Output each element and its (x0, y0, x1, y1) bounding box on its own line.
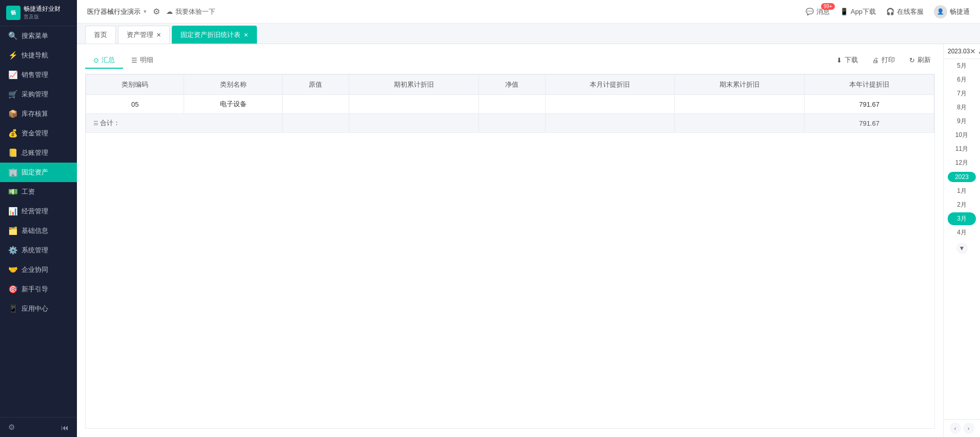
summary-beginning (349, 114, 478, 133)
nav-icon-fixed: 🏢 (8, 168, 17, 177)
app-download-icon: 📱 (840, 8, 848, 15)
tab-label-asset_mgmt: 资产管理 (127, 30, 153, 39)
date-scroll-down[interactable]: ▼ (956, 243, 968, 254)
sidebar-item-guide[interactable]: 🎯新手引导 (0, 280, 77, 299)
date-panel-header-icons: ✕ ⤢ (970, 47, 980, 55)
tab-asset_mgmt[interactable]: 资产管理✕ (118, 26, 170, 44)
print-label: 打印 (882, 55, 895, 65)
summary-net (478, 114, 545, 133)
app-download-action[interactable]: 📱 App下载 (840, 7, 876, 16)
tab-close-depreciation[interactable]: ✕ (244, 32, 248, 38)
experience-icon: ☁ (166, 8, 173, 15)
date-month-8月[interactable]: 8月 (944, 101, 980, 114)
nav-label-inventory: 库存核算 (22, 109, 48, 118)
nav-icon-system: ⚙️ (8, 246, 17, 255)
sub-tab-summary[interactable]: ⊙ 汇总 (85, 52, 123, 69)
nav-label-ledger: 总账管理 (22, 148, 48, 157)
download-button[interactable]: ⬇ 下载 (832, 53, 862, 67)
experience-button[interactable]: ☁ 我要体验一下 (166, 7, 215, 16)
cell-code-0: 05 (86, 95, 184, 114)
sidebar-item-sales[interactable]: 📈销售管理 (0, 65, 77, 85)
message-action[interactable]: 💬 消息 99+ (806, 7, 830, 16)
date-month-7月[interactable]: 7月 (944, 87, 980, 101)
sub-tabs: ⊙ 汇总 ☰ 明细 (85, 52, 162, 68)
sidebar-item-inventory[interactable]: 📦库存核算 (0, 104, 77, 124)
collapse-icon[interactable]: ⏮ (61, 423, 69, 432)
user-action[interactable]: 👤 畅捷通 (934, 5, 970, 18)
table-summary-row: ☰合计： 791.67 (86, 114, 934, 133)
avatar: 👤 (934, 5, 947, 18)
sidebar-item-purchase[interactable]: 🛒采购管理 (0, 85, 77, 104)
date-panel-close-icon[interactable]: ✕ (970, 47, 976, 55)
date-month-10月[interactable]: 10月 (944, 128, 980, 142)
nav-icon-base: 🗂️ (8, 226, 17, 235)
date-panel-scroll: 5月6月7月8月9月10月11月12月20231月2月3月4月▼ (944, 59, 980, 419)
nav-icon-ops: 📊 (8, 207, 17, 216)
date-month-9月[interactable]: 9月 (944, 114, 980, 128)
sidebar: 畅 畅捷通好业财 普及版 🔍搜索菜单⚡快捷导航📈销售管理🛒采购管理📦库存核算💰资… (0, 0, 77, 437)
tab-close-asset_mgmt[interactable]: ✕ (156, 32, 161, 38)
date-prev-button[interactable]: ‹ (950, 423, 961, 434)
cell-net-0 (478, 95, 545, 114)
nav-label-salary: 工资 (22, 187, 35, 196)
nav-label-purchase: 采购管理 (22, 90, 48, 99)
col-beginning: 期初累计折旧 (349, 75, 478, 95)
sidebar-item-search[interactable]: 🔍搜索菜单 (0, 26, 77, 46)
support-action[interactable]: 🎧 在线客服 (886, 7, 924, 16)
sidebar-item-ops[interactable]: 📊经营管理 (0, 202, 77, 221)
date-panel-expand-icon[interactable]: ⤢ (978, 47, 980, 55)
col-name: 类别名称 (184, 75, 282, 95)
date-month-2月[interactable]: 2月 (944, 198, 980, 212)
summary-original (282, 114, 349, 133)
nav-icon-collab: 🤝 (8, 265, 17, 274)
date-next-button[interactable]: › (963, 423, 974, 434)
sidebar-item-quicknav[interactable]: ⚡快捷导航 (0, 46, 77, 65)
nav-label-quicknav: 快捷导航 (22, 51, 48, 60)
sidebar-item-fixed[interactable]: 🏢固定资产 (0, 163, 77, 182)
nav-label-apps: 应用中心 (22, 304, 48, 313)
logo-icon: 畅 (6, 6, 21, 20)
date-month-4月[interactable]: 4月 (944, 226, 980, 240)
sidebar-item-collab[interactable]: 🤝企业协同 (0, 260, 77, 280)
sidebar-item-capital[interactable]: 💰资金管理 (0, 124, 77, 143)
sidebar-item-apps[interactable]: 📱应用中心 (0, 299, 77, 319)
nav-label-capital: 资金管理 (22, 129, 48, 138)
sub-tab-detail[interactable]: ☰ 明细 (123, 52, 162, 69)
tab-home[interactable]: 首页 (85, 26, 116, 44)
refresh-label: 刷新 (917, 55, 931, 65)
date-month-12月[interactable]: 12月 (944, 156, 980, 170)
tab-label-depreciation: 固定资产折旧统计表 (181, 30, 241, 39)
data-table: 类别编码 类别名称 原值 期初累计折旧 净值 本月计提折旧 期末累计折旧 本年计… (85, 74, 935, 429)
logo-sub: 普及版 (24, 13, 61, 21)
nav-label-guide: 新手引导 (22, 285, 48, 294)
cell-beginning-0 (349, 95, 478, 114)
sidebar-logo: 畅 畅捷通好业财 普及版 (0, 0, 77, 26)
cell-original-0 (282, 95, 349, 114)
sidebar-item-ledger[interactable]: 📒总账管理 (0, 143, 77, 163)
summary-annual: 791.67 (805, 114, 934, 133)
topbar-settings-icon[interactable]: ⚙ (153, 7, 160, 16)
col-net: 净值 (478, 75, 545, 95)
table-header-row: 类别编码 类别名称 原值 期初累计折旧 净值 本月计提折旧 期末累计折旧 本年计… (86, 75, 934, 95)
print-button[interactable]: 🖨 打印 (868, 53, 899, 67)
date-panel-header: 2023.03 ✕ ⤢ (944, 44, 980, 59)
refresh-button[interactable]: ↻ 刷新 (905, 53, 935, 67)
company-selector[interactable]: 医疗器械行业演示 ▾ (87, 7, 147, 16)
sidebar-item-system[interactable]: ⚙️系统管理 (0, 241, 77, 260)
sidebar-item-base[interactable]: 🗂️基础信息 (0, 221, 77, 241)
detail-tab-label: 明细 (140, 55, 153, 65)
date-month-6月[interactable]: 6月 (944, 73, 980, 87)
date-month-3月[interactable]: 3月 (948, 212, 976, 225)
support-label: 在线客服 (897, 7, 924, 16)
settings-icon[interactable]: ⚙ (8, 423, 15, 432)
experience-label: 我要体验一下 (175, 7, 215, 16)
support-icon: 🎧 (886, 8, 894, 15)
refresh-icon: ↻ (909, 56, 915, 64)
date-month-5月[interactable]: 5月 (944, 59, 980, 73)
table-row: 05 电子设备 791.67 (86, 95, 934, 114)
date-month-1月[interactable]: 1月 (944, 184, 980, 198)
tab-depreciation[interactable]: 固定资产折旧统计表✕ (172, 26, 257, 44)
summary-label: ☰合计： (86, 114, 283, 133)
sidebar-item-salary[interactable]: 💵工资 (0, 182, 77, 202)
date-month-11月[interactable]: 11月 (944, 142, 980, 156)
